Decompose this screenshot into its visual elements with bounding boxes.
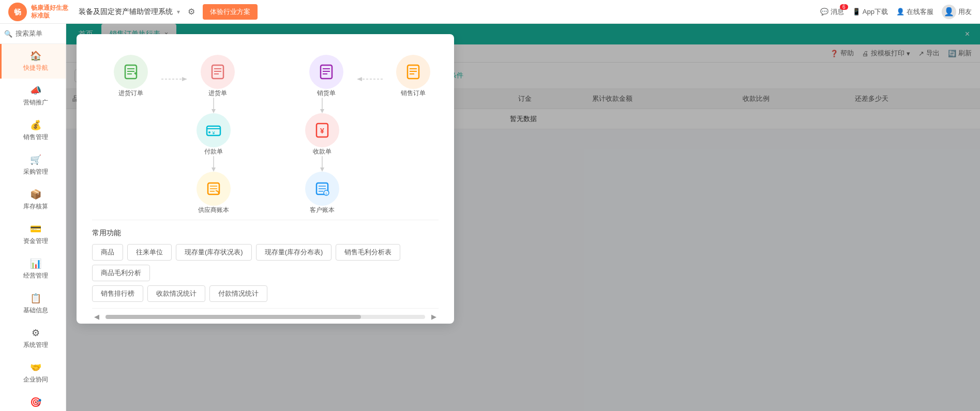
sidebar-search[interactable]: 🔍 搜索菜单	[0, 24, 66, 44]
function-buttons: 商品 往来单位 现存量(库存状况表) 现存量(库存分布表) 销售毛利分析表 商品…	[92, 244, 439, 281]
svg-marker-25	[320, 109, 324, 113]
message-badge: 6	[840, 4, 848, 10]
svg-text:i: i	[326, 191, 327, 196]
flow-node-sales-bill[interactable]: 销货单	[298, 55, 355, 98]
receipt-bill-icon: ¥	[305, 113, 339, 147]
marketing-icon: 📣	[30, 85, 41, 96]
common-functions: 常用功能 商品 往来单位 现存量(库存状况表) 现存量(库存分布表) 销售毛利分…	[92, 220, 439, 302]
logo-icon: 畅	[8, 3, 27, 21]
search-icon: 🔍	[4, 30, 12, 38]
svg-text:¥: ¥	[212, 130, 215, 135]
svg-marker-33	[212, 168, 216, 172]
inventory-icon: 📦	[30, 189, 41, 200]
func-btn-product[interactable]: 商品	[92, 244, 123, 261]
sidebar-item-sales[interactable]: 💰 销售管理	[0, 113, 66, 148]
system-title: 装备及固定资产辅助管理系统	[79, 7, 173, 17]
modal-box: 进货订单 进货单	[77, 34, 454, 324]
flow-node-purchase-bill[interactable]: 进货单	[189, 55, 246, 98]
sidebar-item-newbie[interactable]: 🎯 新手引导	[0, 390, 66, 411]
flow-node-receipt-bill[interactable]: ¥ 收款单	[294, 113, 351, 156]
svg-marker-7	[182, 77, 187, 81]
sidebar-item-operations[interactable]: 📊 经营管理	[0, 252, 66, 286]
sales-order-icon	[396, 55, 430, 89]
message-icon: 💬	[820, 8, 828, 16]
func-btn-stock-status[interactable]: 现存量(库存状况表)	[176, 244, 252, 261]
func-btn-stock-dist[interactable]: 现存量(库存分布表)	[256, 244, 332, 261]
logo-text: 畅康通好生意 标准版	[31, 4, 68, 19]
func-btn-product-gross[interactable]: 商品毛利分析	[92, 265, 150, 281]
func-btn-receipt-stats[interactable]: 收款情况统计	[147, 285, 205, 302]
func-btn-payment-stats[interactable]: 付款情况统计	[209, 285, 267, 302]
sidebar-item-system[interactable]: ⚙ 系统管理	[0, 321, 66, 356]
sidebar-item-cooperation[interactable]: 🤝 企业协同	[0, 356, 66, 390]
service-icon: 👤	[896, 8, 904, 16]
function-buttons-row2: 销售排行榜 收款情况统计 付款情况统计	[92, 285, 439, 302]
settings-button[interactable]: ⚙	[184, 5, 199, 19]
modal-content: 进货订单 进货单	[77, 34, 454, 324]
sidebar-item-finance[interactable]: 💳 资金管理	[0, 217, 66, 252]
sidebar-item-quick-nav[interactable]: 🏠 快捷导航	[0, 44, 66, 79]
flow-node-sales-order[interactable]: 销售订单	[385, 55, 442, 98]
arrow-purchase-to-bill	[161, 75, 187, 83]
app-download-button[interactable]: 📱 App下载	[852, 7, 888, 17]
logo-area: 畅 畅康通好生意 标准版	[8, 3, 68, 21]
sidebar-item-marketing[interactable]: 📣 营销推广	[0, 79, 66, 113]
experience-button[interactable]: 体验行业方案	[203, 4, 258, 20]
online-service-button[interactable]: 👤 在线客服	[896, 7, 933, 17]
operations-icon: 📊	[30, 258, 41, 269]
flow-node-payment-bill[interactable]: ¥ 付款单	[185, 113, 242, 156]
purchase-bill-icon	[201, 55, 235, 89]
message-button[interactable]: 💬 消息 6	[820, 7, 844, 17]
sidebar-item-purchase[interactable]: 🛒 采购管理	[0, 148, 66, 182]
system-dropdown-button[interactable]: ▾	[177, 8, 180, 16]
top-bar: 畅 畅康通好生意 标准版 装备及固定资产辅助管理系统 ▾ ⚙ 体验行业方案 💬 …	[0, 0, 980, 24]
svg-marker-17	[357, 77, 362, 81]
flow-node-purchase-order[interactable]: 进货订单	[102, 55, 159, 98]
app-icon: 📱	[852, 8, 861, 16]
arrow-sales-order-to-bill	[357, 75, 383, 83]
newbie-icon: 🎯	[30, 397, 41, 408]
svg-marker-23	[212, 109, 216, 113]
modal-overlay[interactable]: 进货订单 进货单	[66, 24, 980, 411]
user-avatar: 👤	[942, 5, 956, 19]
sales-bill-icon	[309, 55, 343, 89]
scroll-right-arrow[interactable]: ▶	[429, 313, 439, 321]
sidebar-item-inventory[interactable]: 📦 库存核算	[0, 182, 66, 217]
flow-node-customer-account[interactable]: i 客户账本	[294, 172, 351, 215]
base-info-icon: 📋	[30, 293, 41, 304]
user-menu-button[interactable]: 👤 用友	[942, 5, 972, 19]
quick-nav-icon: 🏠	[30, 50, 41, 62]
func-btn-contacts[interactable]: 往来单位	[127, 244, 172, 261]
finance-icon: 💳	[30, 223, 41, 235]
func-btn-sales-gross[interactable]: 销售毛利分析表	[336, 244, 400, 261]
supplier-account-icon	[197, 172, 231, 206]
svg-point-28	[208, 131, 210, 133]
sidebar-item-base-info[interactable]: 📋 基础信息	[0, 286, 66, 321]
svg-marker-35	[320, 168, 324, 172]
scroll-thumb	[105, 315, 361, 319]
sidebar: 🔍 搜索菜单 🏠 快捷导航 📣 营销推广 💰 销售管理 🛒 采购管理 📦	[0, 24, 66, 411]
purchase-order-icon	[114, 55, 148, 89]
common-functions-title: 常用功能	[92, 229, 439, 238]
func-btn-sales-rank[interactable]: 销售排行榜	[92, 285, 143, 302]
svg-text:¥: ¥	[320, 127, 324, 135]
customer-account-icon: i	[305, 172, 339, 206]
scroll-indicator: ◀ ▶	[92, 308, 439, 324]
flow-diagram: 进货订单 进货单	[92, 50, 439, 220]
scroll-left-arrow[interactable]: ◀	[92, 313, 101, 321]
scroll-track[interactable]	[105, 315, 425, 319]
sales-icon: 💰	[30, 119, 41, 131]
cooperation-icon: 🤝	[30, 362, 41, 373]
system-icon: ⚙	[32, 327, 40, 339]
svg-text:畅: 畅	[14, 8, 21, 16]
payment-bill-icon: ¥	[197, 113, 231, 147]
flow-node-supplier-account[interactable]: 供应商账本	[185, 172, 242, 215]
purchase-icon: 🛒	[30, 154, 41, 165]
top-right-actions: 💬 消息 6 📱 App下载 👤 在线客服 👤 用友	[820, 5, 972, 19]
